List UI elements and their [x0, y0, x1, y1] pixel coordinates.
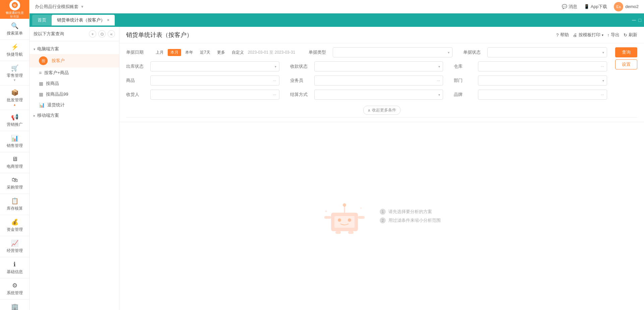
- this-month-btn[interactable]: 本月: [168, 49, 181, 56]
- sidebar-item-search[interactable]: 🔍 搜索菜单: [0, 19, 30, 40]
- status-select[interactable]: ▾: [487, 47, 607, 57]
- left-panel-actions: + ⊙ «: [89, 30, 115, 38]
- main-wrapper: 办公用品行业模拟账套 ▾ 💬 消息 📱 App下载 Ea demo2 首页: [30, 0, 644, 310]
- custom-btn[interactable]: 自定义: [229, 49, 247, 56]
- svg-rect-11: [348, 231, 354, 234]
- sidebar-item-enterprise[interactable]: 🏢 企业协同: [0, 300, 30, 310]
- message-btn[interactable]: 💬 消息: [562, 4, 577, 10]
- app-logo: 畅 畅捷通好生意 标准版: [0, 0, 30, 19]
- sidebar-item-operations[interactable]: 📈 经营管理: [0, 236, 30, 257]
- type-dropdown-icon: ▾: [448, 51, 449, 54]
- logo-icon: 畅: [9, 0, 20, 10]
- svg-rect-3: [334, 216, 355, 228]
- info-icon: ℹ: [13, 261, 16, 268]
- search-icon: 🔍: [11, 22, 18, 30]
- settlement-select[interactable]: ▾: [314, 90, 443, 100]
- filter-action-buttons: 查询 设置: [615, 47, 637, 69]
- edit-scheme-btn[interactable]: ⊙: [98, 30, 106, 38]
- top-header: 办公用品行业模拟账套 ▾ 💬 消息 📱 App下载 Ea demo2: [30, 0, 644, 13]
- settlement-dropdown-icon: ▾: [438, 93, 440, 97]
- sidebar-item-retail[interactable]: 🛒 零售管理 ▼: [0, 61, 30, 86]
- payment-select[interactable]: ▾: [314, 61, 443, 71]
- last7days-btn[interactable]: 近7天: [197, 49, 213, 56]
- desktop-scheme-group[interactable]: ▾ 电脑端方案: [30, 44, 119, 54]
- expand-icon-mobile: ▸: [34, 114, 35, 117]
- recipient-select[interactable]: ···: [150, 90, 279, 100]
- minimize-icon[interactable]: ─: [632, 17, 636, 23]
- maximize-icon[interactable]: □: [639, 17, 641, 23]
- salesperson-select[interactable]: ···: [314, 75, 443, 86]
- sidebar-item-quick-nav[interactable]: ⚡ 快捷导航: [0, 40, 30, 61]
- scheme-return-stats[interactable]: 📊 退货统计: [30, 100, 119, 110]
- add-scheme-btn[interactable]: +: [89, 30, 96, 38]
- collapse-panel-btn[interactable]: «: [108, 30, 115, 38]
- collapse-button[interactable]: ∧ 收起更多条件: [363, 106, 400, 115]
- scheme-by-customer[interactable]: 按 按客户: [30, 54, 119, 67]
- last-month-btn[interactable]: 上月: [153, 49, 166, 56]
- sidebar-item-basic-info[interactable]: ℹ 基础信息: [0, 257, 30, 278]
- settings-button[interactable]: 设置: [615, 59, 637, 69]
- refresh-btn[interactable]: ↻ 刷新: [624, 32, 637, 38]
- warehouse-more-icon: ···: [601, 64, 604, 69]
- outbound-dropdown-icon: ▾: [275, 65, 276, 68]
- user-menu[interactable]: Ea demo2: [614, 2, 639, 11]
- empty-state: ✦ ✦ 1 请先选择要分析的方案 2 用过滤条件来缩小分析范围: [119, 122, 644, 310]
- svg-rect-9: [358, 216, 365, 219]
- query-button[interactable]: 查询: [615, 47, 637, 57]
- sidebar-item-finance[interactable]: 💰 资金管理: [0, 215, 30, 236]
- tab-home[interactable]: 首页: [32, 15, 52, 25]
- warehouse-select[interactable]: ···: [478, 61, 607, 71]
- scheme-by-product-99[interactable]: ▦ 按商品品99: [30, 89, 119, 100]
- box-icon: 📦: [11, 89, 18, 96]
- content-area: 按以下方案查询 + ⊙ « ▾ 电脑端方案 按 按客户: [30, 27, 644, 310]
- sidebar-item-marketing[interactable]: 📢 营销推广: [0, 110, 30, 131]
- sidebar-item-ecommerce[interactable]: 🖥 电商管理: [0, 152, 30, 173]
- export-icon: ↑: [607, 33, 610, 38]
- product-select[interactable]: ···: [150, 75, 279, 86]
- brand-more-icon: ···: [601, 92, 604, 97]
- dropdown-arrow: ▾: [81, 4, 84, 9]
- filter-row-2: 出库状态 ▾ 收款状态 ▾ 仓库: [126, 61, 607, 71]
- collapse-label: 收起更多条件: [372, 107, 396, 113]
- scheme-by-customer-product[interactable]: ≡ 按客户+商品: [30, 67, 119, 78]
- sidebar-item-inventory[interactable]: 📋 库存核算: [0, 194, 30, 215]
- sidebar-item-purchase[interactable]: 🛍 采购管理: [0, 173, 30, 194]
- svg-rect-8: [324, 216, 331, 219]
- sidebar-item-sales[interactable]: 📊 销售管理: [0, 131, 30, 152]
- this-year-btn[interactable]: 本年: [182, 49, 196, 56]
- right-panel: 销货单统计表（按客户） ? 帮助 🖨 按模板打印 ▾ ↑ 导出: [119, 27, 644, 310]
- filter-row-3: 商品 ··· 业务员 ··· 部门: [126, 75, 607, 86]
- sidebar-item-system[interactable]: ⚙ 系统管理: [0, 278, 30, 300]
- export-btn[interactable]: ↑ 导出: [607, 32, 620, 38]
- help-btn[interactable]: ? 帮助: [556, 32, 569, 38]
- date-quick-buttons: 上月 本月 本年 近7天 更多 自定义 2023-03-01 至 2023-03…: [153, 49, 295, 56]
- filter-area: 单据日期 上月 本月 本年 近7天 更多 自定义 2023-03-01 至 20…: [119, 43, 644, 122]
- tab-sales-stats[interactable]: 销货单统计表（按客户） ×: [52, 15, 115, 25]
- desktop-group-label: 电脑端方案: [37, 46, 59, 52]
- department-select[interactable]: ▾: [478, 75, 607, 86]
- header-right: 💬 消息 📱 App下载 Ea demo2: [562, 2, 639, 11]
- inventory-icon: 📋: [11, 197, 18, 205]
- app-download-btn[interactable]: 📱 App下载: [584, 4, 607, 10]
- outbound-label: 出库状态: [126, 63, 146, 69]
- print-btn[interactable]: 🖨 按模板打印 ▾: [573, 32, 603, 38]
- tab-close-icon[interactable]: ×: [107, 18, 109, 22]
- page-actions: ? 帮助 🖨 按模板打印 ▾ ↑ 导出 ↻ 刷新: [556, 32, 637, 38]
- settlement-label: 结算方式: [290, 92, 310, 98]
- outbound-select[interactable]: ▾: [150, 61, 279, 71]
- scheme-by-product[interactable]: ▦ 按商品: [30, 78, 119, 89]
- more-btn[interactable]: 更多: [214, 49, 228, 56]
- svg-text:畅: 畅: [13, 3, 16, 7]
- sidebar-item-wholesale[interactable]: 📦 批发管理 ▲: [0, 86, 30, 110]
- table2-icon: ▦: [39, 92, 43, 97]
- date-range-display: 2023-03-01 至 2023-03-31: [248, 50, 295, 55]
- dept-dropdown-icon: ▾: [602, 79, 604, 83]
- mobile-scheme-group[interactable]: ▸ 移动端方案: [30, 110, 119, 120]
- brand-select[interactable]: ···: [478, 90, 607, 100]
- lightning-icon: ⚡: [11, 43, 18, 51]
- chart-icon: 📊: [39, 102, 45, 108]
- sidebar: 畅 畅捷通好生意 标准版 🔍 搜索菜单 ⚡ 快捷导航 🛒 零售管理 ▼ 📦 批发…: [0, 0, 30, 310]
- message-icon: 💬: [562, 4, 567, 9]
- type-select[interactable]: ▾: [333, 47, 452, 57]
- svg-point-5: [348, 218, 351, 222]
